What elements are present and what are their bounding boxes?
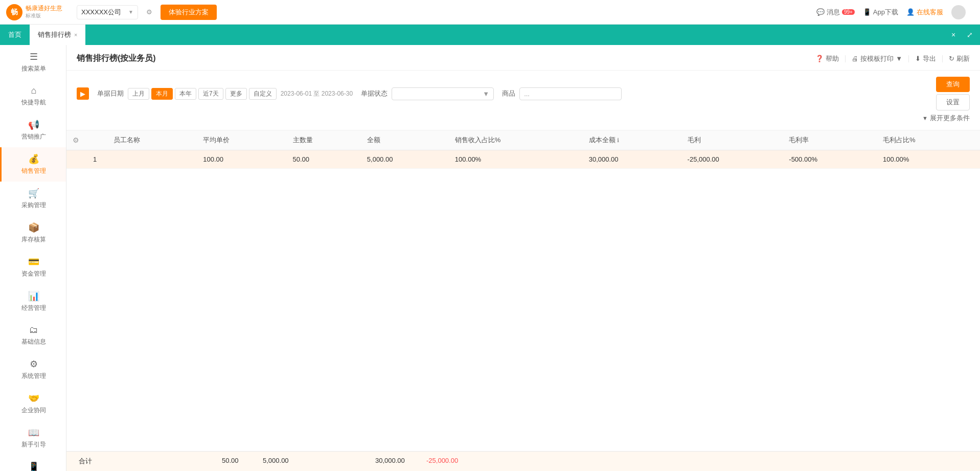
goods-select[interactable]: ... xyxy=(519,87,622,100)
refresh-icon: ↻ xyxy=(949,55,954,62)
tab-maximize-button[interactable]: ⤢ xyxy=(964,29,976,41)
logo-icon: 畅 xyxy=(6,4,22,20)
avatar[interactable] xyxy=(951,5,966,19)
sidebar: ☰ 搜索菜单 ⌂ 快捷导航 📢 营销推广 💰 销售管理 🛒 采购管理 📦 库存核… xyxy=(0,45,66,471)
date-btn-this-year[interactable]: 本年 xyxy=(175,88,196,100)
col-cost: 成本全额 ℹ xyxy=(583,130,681,150)
marketing-icon: 📢 xyxy=(28,119,39,130)
topbar-settings-button[interactable]: ⚙ xyxy=(142,5,156,19)
divider2 xyxy=(908,55,909,62)
col-gross-pct: 毛利占比% xyxy=(877,130,980,150)
date-btn-last-month[interactable]: 上月 xyxy=(128,88,149,100)
sidebar-item-operations[interactable]: 📊 经营管理 xyxy=(0,284,66,319)
col-rank xyxy=(87,130,107,150)
message-label: 消息 xyxy=(827,8,840,17)
sidebar-item-purchase[interactable]: 🛒 采购管理 xyxy=(0,182,66,216)
message-icon: 💬 xyxy=(816,8,825,16)
export-label: 导出 xyxy=(923,54,936,63)
service-icon: 👤 xyxy=(906,8,915,16)
refresh-button[interactable]: ↻ 刷新 xyxy=(949,54,970,63)
footer-avg-price xyxy=(175,457,216,466)
app-download-button[interactable]: 📱 App下载 xyxy=(863,8,898,17)
app-download-label: App下载 xyxy=(873,8,898,17)
main-layout: ☰ 搜索菜单 ⌂ 快捷导航 📢 营销推广 💰 销售管理 🛒 采购管理 📦 库存核… xyxy=(0,45,980,471)
export-button[interactable]: ⬇ 导出 xyxy=(915,54,936,63)
footer-sales-pct xyxy=(308,457,369,466)
system-icon: ⚙ xyxy=(30,358,38,370)
sidebar-item-label: 库存核算 xyxy=(21,235,46,244)
sidebar-item-search[interactable]: ☰ 搜索菜单 xyxy=(0,45,66,79)
guide-icon: 📖 xyxy=(28,427,39,438)
help-button[interactable]: ❓ 帮助 xyxy=(815,54,839,63)
col-amount: 全额 xyxy=(361,130,449,150)
expand-filters-button[interactable]: ▼ 展开更多条件 xyxy=(922,114,970,123)
sidebar-item-sales[interactable]: 💰 销售管理 xyxy=(0,147,66,182)
filter-collapse-button[interactable]: ▶ xyxy=(77,87,89,100)
sidebar-item-finance[interactable]: 💳 资金管理 xyxy=(0,250,66,284)
table-settings-icon[interactable]: ⚙ xyxy=(73,136,79,144)
tab-close-icon[interactable]: × xyxy=(74,32,77,38)
print-dropdown-icon[interactable]: ▼ xyxy=(896,55,902,62)
help-label: 帮助 xyxy=(826,54,839,63)
status-filter: 单据状态 ▼ xyxy=(361,87,494,100)
col-employee-name: 员工名称 xyxy=(107,130,197,150)
filter-area: ▶ 单据日期 上月 本月 本年 近7天 更多 自定义 2023-06-01 至 … xyxy=(66,71,980,130)
sidebar-item-label: 搜索菜单 xyxy=(21,64,46,73)
top-bar: 畅 畅康通好生意 标准版 XXXXXX公司 ▼ ⚙ 体验行业方案 💬 消息 99… xyxy=(0,0,980,25)
sidebar-item-label: 经营管理 xyxy=(21,304,46,312)
online-service-button[interactable]: 👤 在线客服 xyxy=(906,8,943,17)
sidebar-item-label: 营销推广 xyxy=(21,132,46,141)
date-btn-this-month[interactable]: 本月 xyxy=(151,88,173,100)
sidebar-item-label: 快捷导航 xyxy=(21,98,46,107)
col-quantity: 主数量 xyxy=(287,130,361,150)
sidebar-item-label: 基础信息 xyxy=(21,338,46,346)
sidebar-item-system[interactable]: ⚙ 系统管理 xyxy=(0,352,66,387)
page-title: 销售排行榜(按业务员) xyxy=(77,53,156,64)
tab-label: 销售排行榜 xyxy=(38,30,71,39)
sidebar-item-label: 系统管理 xyxy=(21,372,46,380)
query-button[interactable]: 查询 xyxy=(936,77,970,92)
operations-icon: 📊 xyxy=(28,290,39,302)
sidebar-item-inventory[interactable]: 📦 库存核算 xyxy=(0,216,66,250)
footer-cells: 合计 50.00 5,000.00 30,000.00 -25,000.00 xyxy=(73,457,974,466)
date-btn-custom[interactable]: 自定义 xyxy=(249,88,277,100)
date-btn-more[interactable]: 更多 xyxy=(225,88,247,100)
print-icon: 🖨 xyxy=(852,55,858,62)
cost-info-icon[interactable]: ℹ xyxy=(617,137,619,143)
sidebar-item-label: 采购管理 xyxy=(21,201,46,210)
cell-settings xyxy=(66,150,87,169)
refresh-label: 刷新 xyxy=(956,54,970,63)
date-btn-7days[interactable]: 近7天 xyxy=(198,88,223,100)
logo-sub: 标准版 xyxy=(26,12,62,19)
tab-home[interactable]: 首页 xyxy=(0,25,30,45)
status-select[interactable]: ▼ xyxy=(392,87,494,100)
status-filter-label: 单据状态 xyxy=(361,89,388,98)
footer-cost: 30,000.00 xyxy=(369,457,420,466)
sidebar-item-apps[interactable]: 📱 应用中心 xyxy=(0,455,66,471)
sidebar-item-guide[interactable]: 📖 新手引导 xyxy=(0,421,66,455)
header-actions: ❓ 帮助 🖨 按模板打印 ▼ ⬇ 导出 ↻ 刷新 xyxy=(815,54,970,63)
sidebar-item-marketing[interactable]: 📢 营销推广 xyxy=(0,113,66,147)
cell-rank: 1 xyxy=(87,150,107,169)
goods-filter-label: 商品 xyxy=(502,89,515,98)
page-header: 销售排行榜(按业务员) ❓ 帮助 🖨 按模板打印 ▼ ⬇ 导出 xyxy=(66,45,980,71)
settings-filter-button[interactable]: 设置 xyxy=(936,94,970,110)
company-selector[interactable]: XXXXXX公司 ▼ xyxy=(77,5,138,19)
table-wrapper: ⚙ 员工名称 平均单价 主数量 全额 销售收入占比% 成本全额 ℹ 毛利 毛利率 xyxy=(66,130,980,451)
sidebar-item-shortcuts[interactable]: ⌂ 快捷导航 xyxy=(0,79,66,113)
date-filter: 单据日期 上月 本月 本年 近7天 更多 自定义 2023-06-01 至 20… xyxy=(97,88,353,100)
goods-select-text: ... xyxy=(524,90,617,98)
content-area: 销售排行榜(按业务员) ❓ 帮助 🖨 按模板打印 ▼ ⬇ 导出 xyxy=(66,45,980,471)
tab-sales-ranking[interactable]: 销售排行榜 × xyxy=(30,25,85,45)
print-button[interactable]: 🖨 按模板打印 ▼ xyxy=(852,54,902,63)
cell-employee-name xyxy=(107,150,197,169)
message-button[interactable]: 💬 消息 99+ xyxy=(816,8,855,17)
tab-minimize-button[interactable]: × xyxy=(947,29,960,41)
sidebar-item-basics[interactable]: 🗂 基础信息 xyxy=(0,319,66,352)
cell-sales-pct: 100.00% xyxy=(449,150,583,169)
trial-button[interactable]: 体验行业方案 xyxy=(161,5,217,20)
sidebar-item-collab[interactable]: 🤝 企业协同 xyxy=(0,387,66,421)
date-filter-label: 单据日期 xyxy=(97,89,124,98)
logo-text: 畅康通好生意 xyxy=(26,5,62,13)
purchase-icon: 🛒 xyxy=(28,188,39,199)
